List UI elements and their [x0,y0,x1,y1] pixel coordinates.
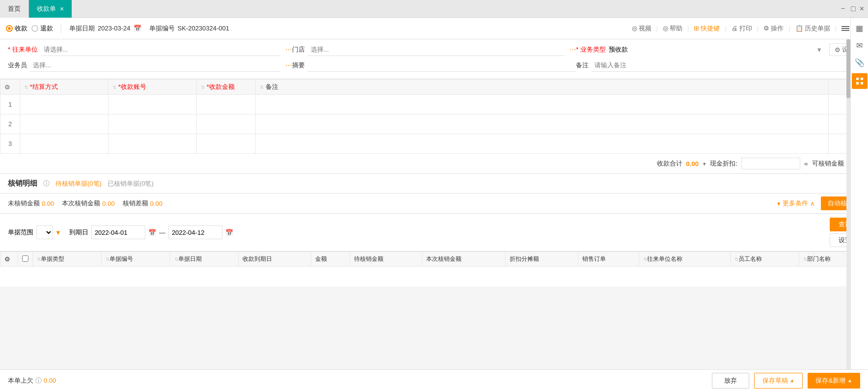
row-3-settlement[interactable] [20,134,108,154]
scope-field: 单据范围 ▼ [8,225,61,239]
from-unit-more-icon[interactable]: ··· [285,45,292,54]
row-2-settlement[interactable] [20,114,108,134]
sort-type-icon[interactable]: ⇅ [37,256,41,262]
row-1-settlement[interactable] [20,95,108,114]
more-filters-btn[interactable]: ▾ 更多条件 ∧ [777,199,815,208]
history-action[interactable]: 📋 历史单据 [795,24,830,33]
sort-dept-icon[interactable]: ⇅ [803,256,807,262]
tab-home[interactable]: 首页 [0,0,29,18]
store-input[interactable] [308,43,565,56]
table-gear-icon[interactable]: ⚙ [4,84,10,91]
row-2-remark[interactable] [256,114,829,134]
scope-dropdown-icon[interactable]: ▼ [55,229,61,236]
maximize-button[interactable]: □ [851,4,856,13]
row-2-account[interactable] [108,114,197,134]
chevron-up-icon: ∧ [810,200,815,207]
tab-receipt[interactable]: 收款单 × [29,0,72,18]
save-new-caret: ▲ [847,378,852,383]
sort-account-icon[interactable]: ⇅ [112,84,116,90]
done-link[interactable]: 已核销单据(0笔) [108,179,154,188]
footer: 本单上欠 ⓘ 0.00 放弃 保存草稿 ▲ 保存&新增 ▲ [0,369,868,391]
side-mail-icon[interactable]: ✉ [854,39,865,52]
svg-rect-0 [856,78,859,80]
row-2-amount[interactable] [197,114,256,134]
scrollbar-thumb[interactable] [846,39,850,98]
unverified-val: 0.00 [42,200,54,207]
help-icon: ◎ [663,25,668,32]
right-side-panel: ▦ ✉ 📎 [850,18,868,369]
video-icon: ◎ [632,25,637,32]
th-gear[interactable]: ⚙ [0,80,20,95]
date-start-input[interactable] [91,225,145,239]
calendar-end-icon[interactable]: 📅 [225,229,233,236]
footer-current-val: 0.00 [44,377,56,384]
sort-settlement-icon[interactable]: ⇅ [24,84,28,90]
save-draft-btn[interactable]: 保存草稿 ▲ [754,373,803,389]
video-action[interactable]: ◎ 视频 [632,24,651,33]
due-label: 到期日 [69,228,88,237]
bottom-th-sales: 销售订单 [578,252,639,267]
th-amount-label: *收款金额 [207,83,235,90]
menu-lines-icon[interactable] [841,26,849,31]
bottom-th-from-unit: ⇅往来单位名称 [639,252,731,267]
footer-info-icon[interactable]: ⓘ [35,376,42,385]
pending-link[interactable]: 待核销单据(0笔) [55,179,102,188]
date-field: 单据日期 2023-03-24 📅 [69,24,141,33]
select-all-checkbox[interactable] [22,255,28,262]
salesperson-more-icon[interactable]: ··· [285,61,292,70]
biz-type-select[interactable]: 预收款 ▼ [609,45,822,54]
help-action[interactable]: ◎ 帮助 [663,24,682,33]
settings-icon-form: ⚙ [835,46,841,54]
from-unit-input[interactable] [41,43,281,56]
bottom-th-discount: 折扣分摊额 [506,252,578,267]
abandon-btn[interactable]: 放弃 [712,373,749,389]
verify-info-icon[interactable]: ⓘ [43,179,50,188]
sort-employee-icon[interactable]: ⇅ [734,256,738,262]
store-more-icon[interactable]: ··· [570,45,576,54]
calendar-start-icon[interactable]: 📅 [148,229,156,236]
toolbar: 收款 退款 单据日期 2023-03-24 📅 单据编号 SK-20230324… [0,18,868,39]
remark-input[interactable] [592,59,860,72]
print-action[interactable]: 🖨 打印 [732,24,752,33]
operation-icon: ⚙ [763,25,769,32]
operation-action[interactable]: ⚙ 操作 [763,24,784,33]
bottom-th-checkbox[interactable] [18,252,33,267]
row-3-remark[interactable] [256,134,829,154]
save-draft-caret: ▲ [790,378,795,383]
sort-date-icon[interactable]: ⇅ [174,256,178,262]
date-end-input[interactable] [168,225,222,239]
row-3-account[interactable] [108,134,197,154]
bottom-table-wrap: ⚙ ⇅单据类型 ⇅单据编号 ⇅单据日期 收款到期日 金额 待核销金额 本次核销金… [0,251,868,286]
bottom-gear-icon[interactable]: ⚙ [4,255,10,263]
row-1-remark[interactable] [256,95,829,114]
salesperson-input[interactable] [30,59,280,72]
sort-remark-icon[interactable]: ⇅ [260,84,264,90]
sort-number-icon[interactable]: ⇅ [106,256,109,262]
row-num-3: 3 [0,134,20,154]
remark-label: 备注 [576,61,589,70]
radio-receipt[interactable]: 收款 [6,24,27,33]
from-unit-label: * 往来单位 [8,45,38,54]
tab-close-icon[interactable]: × [60,5,64,13]
diff-val: 0.00 [150,200,163,207]
calendar-icon[interactable]: 📅 [134,25,141,32]
row-1-account[interactable] [108,95,197,114]
sort-from-unit-icon[interactable]: ⇅ [643,256,647,262]
side-attach-icon[interactable]: 📎 [853,56,867,69]
window-close-button[interactable]: × [860,4,864,13]
discount-input[interactable] [741,158,800,169]
scope-select[interactable] [36,225,53,239]
side-table-icon[interactable]: ▦ [854,22,865,35]
save-new-btn[interactable]: 保存&新增 ▲ [808,373,860,389]
bottom-th-gear[interactable]: ⚙ [0,252,18,267]
row-3-amount[interactable] [197,134,256,154]
summary-input[interactable] [308,59,576,72]
minimize-button[interactable]: － [839,3,847,14]
row-1-amount[interactable] [197,95,256,114]
from-unit-field: * 往来单位 ··· [8,43,292,56]
radio-refund[interactable]: 退款 [31,24,53,33]
scrollbar-track[interactable] [846,39,850,369]
shortcut-action[interactable]: ⊞ 快捷键 [694,24,720,33]
sort-amount-icon[interactable]: ⇅ [201,84,205,90]
side-scan-icon[interactable] [852,73,868,89]
